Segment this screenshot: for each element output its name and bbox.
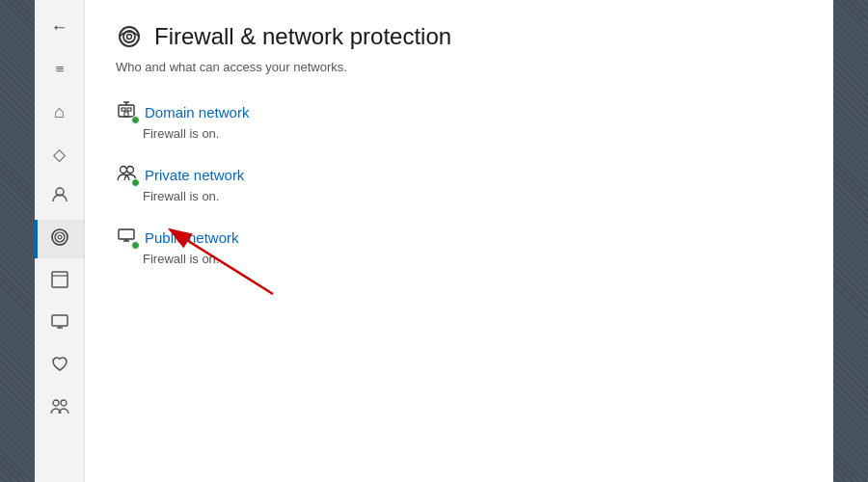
private-network-icon [116, 164, 137, 185]
sidebar-item-menu[interactable]: ≡ [35, 50, 84, 89]
back-icon: ← [51, 17, 68, 38]
page-header: Firewall & network protection [116, 23, 802, 54]
svg-point-13 [127, 35, 132, 40]
private-network-item: Private network Firewall is on. [116, 164, 802, 203]
public-network-name[interactable]: Public network [145, 229, 239, 246]
shield-icon: ◇ [53, 145, 66, 165]
private-network-header: Private network [116, 164, 802, 185]
page-title: Firewall & network protection [154, 23, 451, 50]
firewall-icon [50, 228, 69, 251]
right-texture [833, 0, 868, 482]
svg-point-11 [120, 27, 139, 46]
svg-point-9 [53, 400, 59, 406]
svg-rect-6 [52, 315, 68, 326]
apps-icon [51, 271, 68, 292]
home-icon: ⌂ [54, 102, 65, 122]
sidebar-item-account[interactable] [35, 177, 84, 216]
svg-rect-22 [119, 229, 134, 239]
sidebar-item-health[interactable] [35, 347, 84, 386]
domain-network-icon [116, 101, 137, 122]
page-subtitle: Who and what can access your networks. [116, 60, 802, 74]
public-network-item: Public network Firewall is on. [116, 227, 802, 266]
svg-rect-14 [119, 105, 134, 117]
left-texture [0, 0, 35, 482]
svg-point-2 [55, 232, 65, 242]
svg-rect-4 [52, 272, 68, 287]
svg-point-20 [121, 167, 127, 174]
private-network-name[interactable]: Private network [145, 167, 244, 183]
account-icon [51, 186, 68, 208]
health-icon [51, 356, 68, 377]
sidebar-item-firewall[interactable] [35, 220, 84, 258]
sidebar-item-apps[interactable] [35, 262, 84, 301]
svg-rect-15 [122, 108, 125, 111]
sidebar-item-device[interactable] [35, 305, 84, 343]
menu-icon: ≡ [55, 61, 63, 78]
svg-point-10 [61, 400, 67, 406]
domain-network-name[interactable]: Domain network [145, 104, 249, 120]
domain-network-badge [131, 116, 140, 124]
sidebar-item-back[interactable]: ← [35, 8, 84, 46]
private-network-badge [131, 178, 140, 187]
domain-network-header: Domain network [116, 101, 802, 122]
page-title-icon [116, 25, 143, 54]
svg-point-21 [127, 167, 134, 174]
public-network-header: Public network [116, 227, 802, 248]
public-network-badge [131, 241, 140, 250]
domain-network-status: Firewall is on. [143, 126, 802, 141]
sidebar-item-shield[interactable]: ◇ [35, 135, 84, 174]
svg-point-3 [58, 235, 62, 239]
private-network-status: Firewall is on. [143, 189, 802, 203]
device-icon [51, 314, 68, 334]
sidebar-item-family[interactable] [35, 389, 84, 428]
public-network-icon [116, 227, 137, 248]
family-icon [50, 398, 69, 419]
public-network-status: Firewall is on. [143, 252, 802, 266]
main-content: Firewall & network protection Who and wh… [85, 0, 833, 482]
svg-rect-17 [124, 112, 128, 117]
domain-network-item: Domain network Firewall is on. [116, 101, 802, 141]
sidebar: ← ≡ ⌂ ◇ [35, 0, 85, 482]
sidebar-item-home[interactable]: ⌂ [35, 93, 84, 131]
svg-rect-16 [127, 108, 131, 111]
